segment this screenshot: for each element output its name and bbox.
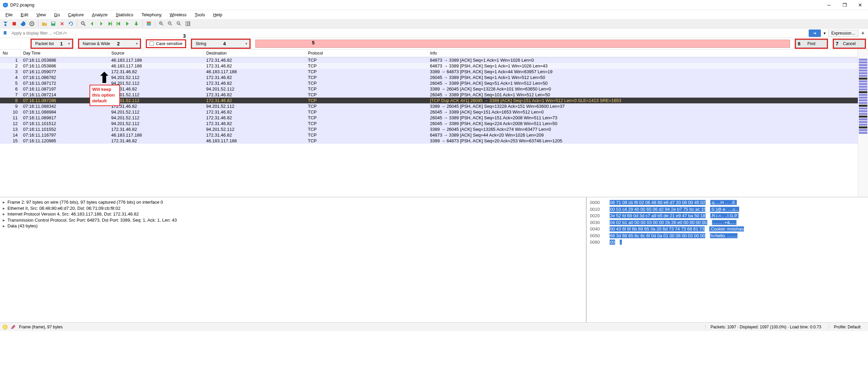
case-sensitive-checkbox[interactable]: Case sensitive (147, 40, 185, 47)
table-row[interactable]: 1507:16:11.120985172.31.46.8246.183.117.… (0, 138, 858, 144)
packet-list[interactable]: No Day Time Source Destination Protocol … (0, 49, 858, 197)
menu-wireless[interactable]: Wireless (166, 11, 191, 18)
minimap[interactable] (858, 49, 868, 197)
svg-rect-24 (188, 22, 189, 26)
hex-row[interactable]: 005068 3d 68 65 6c 6c 6f 0d 0a 01 00 08 … (590, 232, 865, 239)
find-packet-icon[interactable] (79, 20, 87, 28)
reload-icon[interactable] (67, 20, 75, 28)
close-file-icon[interactable] (58, 20, 66, 28)
col-info[interactable]: Info (427, 49, 858, 57)
table-row[interactable]: 907:16:11.088342172.31.46.8294.201.52.11… (0, 103, 858, 109)
stop-capture-icon[interactable] (10, 20, 18, 28)
zoom-in-icon[interactable] (157, 20, 165, 28)
menubar: File Edit View Go Capture Analyze Statis… (0, 10, 868, 19)
table-row[interactable]: 1407:16:11.11679746.183.117.188172.31.46… (0, 132, 858, 138)
annotation-7: 7 (836, 41, 839, 46)
filter-bar: ➔ ▾ Expression… + (0, 28, 868, 38)
statusbar: Frame (frame), 97 bytes Packets: 1097 · … (0, 322, 868, 331)
col-destination[interactable]: Destination (203, 49, 305, 57)
restart-capture-icon[interactable] (19, 20, 27, 28)
expression-button[interactable]: Expression… (828, 30, 859, 37)
capture-options-icon[interactable] (28, 20, 36, 28)
menu-telephony[interactable]: Telephony (137, 11, 165, 18)
menu-statistics[interactable]: Statistics (112, 11, 137, 18)
svg-point-3 (31, 23, 33, 24)
bookmark-icon[interactable] (1, 29, 9, 37)
detail-line[interactable]: Frame 2: 97 bytes on wire (776 bits), 97… (3, 199, 583, 205)
auto-scroll-icon[interactable] (132, 20, 140, 28)
hex-row[interactable]: 000006 71 09 cb f8 02 06 48 80 e6 d7 20 … (590, 199, 865, 206)
menu-go[interactable]: Go (50, 11, 64, 18)
go-back-icon[interactable] (88, 20, 96, 28)
hex-row[interactable]: 00202e 52 fd 69 0d 3d c7 a9 b5 de 21 e9 … (590, 212, 865, 219)
status-frame: Frame (frame), 97 bytes (19, 325, 63, 329)
hex-row[interactable]: 006000. (590, 239, 865, 246)
annotation-1: 1 (60, 41, 63, 46)
table-row[interactable]: 507:16:11.08717294.201.52.112172.31.46.8… (0, 80, 858, 86)
detail-line[interactable]: Ethernet II, Src: 06:48:80:e6:d7:20, Dst… (3, 205, 583, 211)
menu-edit[interactable]: Edit (17, 11, 32, 18)
table-row[interactable]: 1307:16:11.101552172.31.46.8294.201.52.1… (0, 126, 858, 132)
menu-tools[interactable]: Tools (191, 11, 209, 18)
resize-columns-icon[interactable] (184, 20, 192, 28)
svg-line-14 (162, 24, 163, 25)
maximize-button[interactable]: ❐ (837, 0, 852, 10)
close-button[interactable]: ✕ (852, 0, 868, 10)
col-no[interactable]: No (0, 49, 20, 57)
start-capture-icon[interactable] (1, 20, 9, 28)
annotation-5: 5 (312, 40, 315, 45)
detail-line[interactable]: Data (43 bytes) (3, 223, 583, 229)
go-first-icon[interactable] (115, 20, 123, 28)
apply-filter-button[interactable]: ➔ (809, 29, 821, 37)
menu-capture[interactable]: Capture (64, 11, 88, 18)
table-row[interactable]: 407:16:11.08678294.201.52.112172.31.46.8… (0, 75, 858, 80)
go-last-icon[interactable] (123, 20, 132, 28)
find-scope-select[interactable]: Packet list (32, 40, 72, 48)
table-row[interactable]: 1007:16:11.08898494.201.52.112172.31.46.… (0, 109, 858, 115)
hex-row[interactable]: 003004 02 b1 a0 00 00 03 00 00 2b 26 e0 … (590, 219, 865, 226)
menu-file[interactable]: File (1, 11, 17, 18)
col-daytime[interactable]: Day Time (20, 49, 108, 57)
zoom-out-icon[interactable] (166, 20, 174, 28)
svg-rect-1 (13, 22, 16, 25)
table-row[interactable]: 1207:16:11.10151294.201.52.112172.31.46.… (0, 121, 858, 126)
table-row[interactable]: 207:16:11.05388646.183.117.188172.31.46.… (0, 63, 858, 69)
menu-analyze[interactable]: Analyze (88, 11, 112, 18)
table-row[interactable]: 1107:16:11.08981794.201.52.112172.31.46.… (0, 115, 858, 121)
svg-rect-5 (52, 22, 55, 23)
colorize-icon[interactable] (145, 20, 153, 28)
menu-view[interactable]: View (32, 11, 50, 18)
display-filter-input[interactable] (9, 29, 808, 37)
annotation-2: 2 (117, 41, 120, 46)
expert-info-icon[interactable] (3, 325, 7, 329)
hex-row[interactable]: 001000 53 c4 29 40 00 65 06 d2 94 2e b7 … (590, 206, 865, 213)
table-row[interactable]: 807:16:11.08728694.201.52.112172.31.46.8… (0, 98, 858, 103)
col-source[interactable]: Source (108, 49, 203, 57)
go-forward-icon[interactable] (97, 20, 105, 28)
edit-icon[interactable] (10, 324, 16, 330)
add-filter-button[interactable]: + (859, 30, 867, 36)
find-type-select[interactable]: String (192, 40, 250, 48)
detail-line[interactable]: Internet Protocol Version 4, Src: 46.183… (3, 211, 583, 217)
table-row[interactable]: 607:16:11.087197172.31.46.8294.201.52.11… (0, 86, 858, 92)
table-row[interactable]: 107:16:11.05388646.183.117.188172.31.46.… (0, 57, 858, 63)
go-to-packet-icon[interactable] (106, 20, 114, 28)
minimize-button[interactable]: ─ (821, 0, 837, 10)
zoom-reset-icon[interactable]: 1 (175, 20, 183, 28)
packet-bytes[interactable]: 000006 71 09 cb f8 02 06 48 80 e6 d7 20 … (587, 197, 868, 322)
find-input[interactable] (255, 40, 790, 48)
open-file-icon[interactable] (40, 20, 48, 28)
hex-row[interactable]: 004000 43 6f 6f 6b 69 65 3a 20 6d 73 74 … (590, 226, 865, 232)
filter-history-dropdown[interactable]: ▾ (822, 29, 828, 37)
status-profile[interactable]: Profile: Default (829, 325, 865, 329)
packet-details[interactable]: Frame 2: 97 bytes on wire (776 bits), 97… (0, 197, 587, 322)
menu-help[interactable]: Help (209, 11, 226, 18)
detail-line[interactable]: Transmission Control Protocol, Src Port:… (3, 217, 583, 223)
save-file-icon[interactable] (49, 20, 57, 28)
find-width-select[interactable]: Narrow & Wide (79, 40, 140, 48)
svg-rect-23 (186, 22, 187, 26)
col-protocol[interactable]: Protocol (305, 49, 427, 57)
svg-point-6 (81, 22, 84, 24)
table-row[interactable]: 307:16:11.059077172.31.46.8246.183.117.1… (0, 69, 858, 75)
table-row[interactable]: 707:16:11.08721494.201.52.112172.31.46.8… (0, 92, 858, 98)
